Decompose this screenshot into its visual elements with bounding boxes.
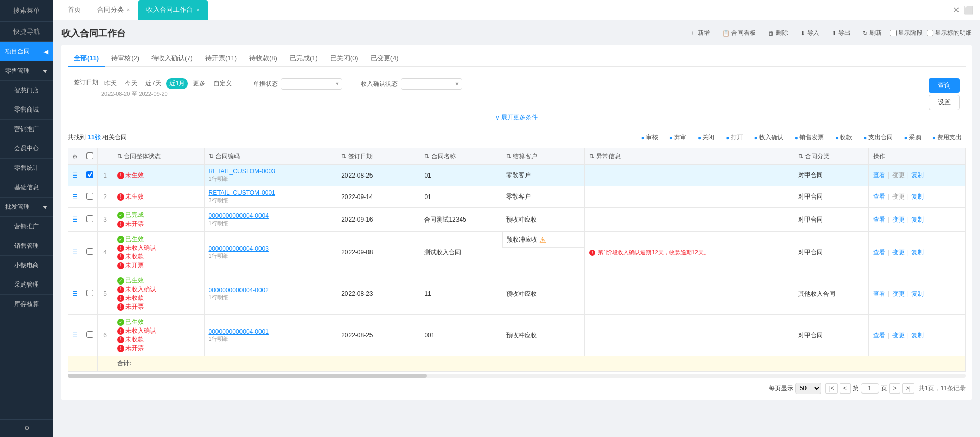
- date-btn-today[interactable]: 今天: [122, 78, 140, 89]
- copy-link[interactable]: 复制: [911, 290, 924, 297]
- income-confirm-button[interactable]: ● 收入确认: [750, 131, 788, 144]
- contract-view-button[interactable]: 📋 合同看板: [718, 27, 760, 39]
- export-button[interactable]: ⬆ 导出: [827, 27, 855, 39]
- change-link[interactable]: 变更: [892, 171, 905, 179]
- page-size-select[interactable]: 10 20 50 100: [795, 383, 821, 394]
- last-page-button[interactable]: >|: [902, 383, 914, 394]
- copy-link[interactable]: 复制: [911, 171, 924, 179]
- view-link[interactable]: 查看: [873, 171, 885, 179]
- sales-invoice-button[interactable]: ● 销售发票: [791, 131, 828, 144]
- import-button[interactable]: ⬇ 导入: [796, 27, 823, 39]
- add-button[interactable]: ＋ 新增: [686, 27, 714, 39]
- col-gear[interactable]: ⚙: [68, 148, 82, 165]
- date-btn-last1month[interactable]: 近1月: [166, 78, 188, 89]
- col-contract-category[interactable]: ⇅ 合同分类: [794, 148, 868, 165]
- change-link[interactable]: 变更: [892, 290, 905, 297]
- sidebar-item-smart-store[interactable]: 智慧门店: [0, 81, 53, 100]
- change-link[interactable]: 变更: [892, 193, 905, 200]
- col-contract-code[interactable]: ⇅ 合同编码: [204, 148, 337, 165]
- sub-tab-pending-invoice[interactable]: 待开票(11): [199, 51, 243, 67]
- tab-contract-category[interactable]: 合同分类 ×: [89, 0, 138, 20]
- horizontal-scrollbar[interactable]: [68, 374, 966, 378]
- window-close-button[interactable]: ✕: [953, 5, 960, 15]
- date-btn-custom[interactable]: 自定义: [210, 78, 235, 89]
- copy-link[interactable]: 复制: [911, 193, 924, 200]
- change-link[interactable]: 变更: [892, 332, 905, 339]
- open-button[interactable]: ● 打开: [722, 131, 747, 144]
- row-gear[interactable]: ☰: [68, 273, 82, 315]
- expense-out-button[interactable]: ● 费用支出: [928, 131, 966, 144]
- sub-tab-all[interactable]: 全部(11): [68, 51, 105, 67]
- refresh-button[interactable]: ↻ 刷新: [859, 27, 886, 39]
- query-button[interactable]: 查询: [929, 78, 960, 93]
- row-gear[interactable]: ☰: [68, 208, 82, 232]
- sidebar-item-xiaochangec[interactable]: 小畅电商: [0, 256, 53, 275]
- close-button[interactable]: ● 关闭: [693, 131, 718, 144]
- sidebar-search[interactable]: 搜索菜单: [0, 0, 53, 22]
- date-btn-last7days[interactable]: 近7天: [142, 78, 164, 89]
- sub-tab-changed[interactable]: 已变更(4): [364, 51, 405, 67]
- tab-income-workbench[interactable]: 收入合同工作台 ×: [138, 0, 207, 20]
- col-settle-customer[interactable]: ⇅ 结算客户: [502, 148, 585, 165]
- purchase-button[interactable]: ● 采购: [900, 131, 925, 144]
- row-checkbox[interactable]: [82, 232, 98, 273]
- sub-tab-pending-income-confirm[interactable]: 待收入确认(7): [145, 51, 199, 67]
- date-btn-yesterday[interactable]: 昨天: [101, 78, 120, 89]
- next-page-button[interactable]: >: [889, 383, 900, 394]
- col-contract-name[interactable]: ⇅ 合同名称: [420, 148, 502, 165]
- copy-link[interactable]: 复制: [911, 216, 924, 223]
- view-link[interactable]: 查看: [873, 193, 885, 200]
- copy-link[interactable]: 复制: [911, 249, 924, 256]
- contract-code-link[interactable]: 0000000000004-0002: [209, 287, 269, 294]
- show-details-checkbox-label[interactable]: 显示标的明细: [927, 29, 972, 37]
- col-overall-status[interactable]: ⇅ 合同整体状态: [113, 148, 205, 165]
- contract-code-link[interactable]: 0000000000004-0004: [209, 212, 269, 220]
- close-icon[interactable]: ×: [127, 7, 130, 13]
- sidebar-item-marketing[interactable]: 营销推广: [0, 120, 53, 139]
- col-checkbox[interactable]: [82, 148, 98, 165]
- sidebar-item-sales-mgmt[interactable]: 销售管理: [0, 236, 53, 256]
- contract-code-link[interactable]: RETAIL_CUSTOM-0003: [209, 168, 275, 175]
- row-checkbox[interactable]: [82, 315, 98, 356]
- row-checkbox[interactable]: [82, 273, 98, 315]
- sidebar-item-purchase-mgmt[interactable]: 采购管理: [0, 275, 53, 295]
- date-btn-more[interactable]: 更多: [190, 78, 208, 89]
- view-link[interactable]: 查看: [873, 332, 885, 339]
- prev-page-button[interactable]: <: [840, 383, 851, 394]
- row-gear[interactable]: ☰: [68, 315, 82, 356]
- first-page-button[interactable]: |<: [825, 383, 838, 394]
- tab-home[interactable]: 首页: [59, 0, 89, 20]
- collection-button[interactable]: ● 收款: [831, 131, 856, 144]
- page-input[interactable]: [861, 383, 879, 394]
- view-link[interactable]: 查看: [873, 216, 885, 223]
- sidebar-item-inventory[interactable]: 库存核算: [0, 295, 53, 314]
- contract-code-link[interactable]: 0000000000004-0003: [209, 245, 269, 252]
- col-error-info[interactable]: ⇅ 异常信息: [585, 148, 794, 165]
- change-link[interactable]: 变更: [892, 216, 905, 223]
- sidebar-item-marketing2[interactable]: 营销推广: [0, 217, 53, 236]
- sidebar-quick-nav[interactable]: 快捷导航: [0, 22, 53, 42]
- row-checkbox[interactable]: [82, 208, 98, 232]
- row-gear[interactable]: ☰: [68, 232, 82, 273]
- row-gear[interactable]: ☰: [68, 165, 82, 186]
- expand-more-button[interactable]: ∨ 展开更多条件: [495, 113, 538, 122]
- outbound-contract-button[interactable]: ● 支出合同: [859, 131, 897, 144]
- row-checkbox[interactable]: [82, 186, 98, 208]
- abandon-button[interactable]: ● 弃审: [665, 131, 690, 144]
- delete-button[interactable]: 🗑 删除: [764, 27, 792, 39]
- copy-link[interactable]: 复制: [911, 332, 924, 339]
- view-link[interactable]: 查看: [873, 290, 885, 297]
- window-expand-button[interactable]: ⬜: [964, 5, 974, 15]
- close-icon[interactable]: ×: [196, 7, 199, 13]
- sidebar-item-member-center[interactable]: 会员中心: [0, 139, 53, 159]
- income-confirm-select[interactable]: [401, 78, 462, 90]
- sidebar-item-base-info[interactable]: 基础信息: [0, 178, 53, 198]
- sidebar-item-retail-mgmt[interactable]: 零售管理 ▼: [0, 61, 53, 81]
- sidebar-item-project-contract[interactable]: 项目合同 ◀: [0, 42, 53, 61]
- change-link[interactable]: 变更: [892, 249, 905, 256]
- sub-tab-closed[interactable]: 已关闭(0): [324, 51, 364, 67]
- sidebar-item-wholesale-mgmt[interactable]: 批发管理 ▼: [0, 198, 53, 217]
- sidebar-settings[interactable]: ⚙: [0, 419, 53, 437]
- show-stage-checkbox-label[interactable]: 显示阶段: [890, 29, 923, 37]
- select-all-checkbox[interactable]: [86, 152, 93, 159]
